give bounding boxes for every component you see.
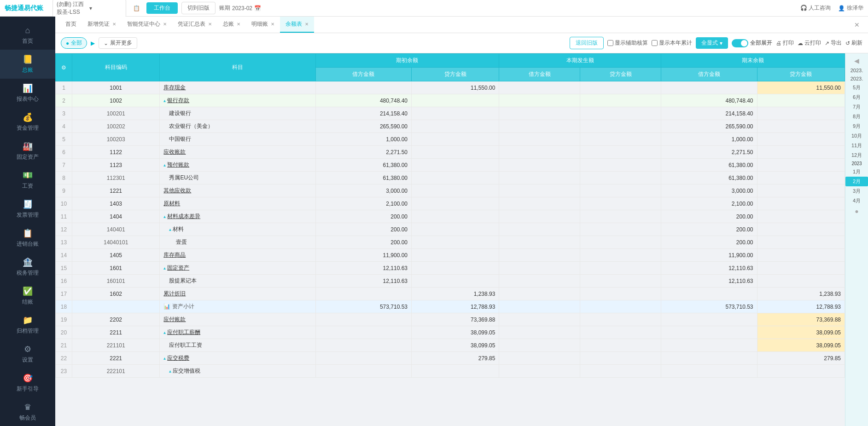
sidebar-item-guide[interactable]: 🎯 新手引导: [0, 368, 55, 397]
consult-link[interactable]: 🎧 人工咨询: [800, 4, 831, 12]
close-all-tabs[interactable]: ✕: [851, 21, 863, 29]
show-ytd-checkbox[interactable]: 显示本年累计: [652, 39, 692, 47]
month-6[interactable]: 6月: [845, 92, 868, 102]
return-old-button[interactable]: 退回旧版: [570, 37, 604, 49]
account-name[interactable]: 原材料: [160, 197, 315, 210]
show-aux-checkbox[interactable]: 显示辅助核算: [607, 39, 648, 47]
sidebar-item-home[interactable]: ⌂ 首页: [0, 21, 55, 50]
tab-balance[interactable]: 余额表 ✕: [280, 17, 314, 33]
account-name[interactable]: ▴ 预付账款: [160, 159, 315, 172]
closing-credit: [757, 159, 845, 172]
month-11[interactable]: 11月: [845, 141, 868, 150]
account-name[interactable]: ▴ 固定资产: [160, 262, 315, 275]
account-name[interactable]: 秀属EU公司: [160, 172, 315, 184]
company-name: (勿删) 江西股圣-LSS: [57, 0, 89, 16]
current-debit: [499, 236, 580, 249]
account-name[interactable]: 应收账款: [160, 146, 315, 159]
account-name[interactable]: 应付账款: [160, 313, 315, 326]
sidebar-label-settings: 设置: [22, 356, 33, 364]
export-button[interactable]: ↗ 导出: [825, 39, 842, 47]
workbench-button[interactable]: 工作台: [146, 2, 178, 14]
sidebar-item-member[interactable]: ♛ 畅会员: [0, 397, 55, 426]
account-name[interactable]: 累计折旧: [160, 288, 315, 300]
sidebar-item-assets[interactable]: 🏭 固定资产: [0, 137, 55, 166]
member-icon: ♛: [24, 402, 31, 412]
tab-detail[interactable]: 明细账 ✕: [246, 17, 280, 33]
account-name[interactable]: 其他应收款: [160, 184, 315, 197]
headset-icon: 🎧: [800, 5, 807, 11]
settings-col-header[interactable]: ⚙: [56, 54, 72, 81]
tab-new-voucher[interactable]: 新增凭证 ✕: [82, 17, 122, 33]
month-3[interactable]: 3月: [845, 186, 868, 196]
filter-all-button[interactable]: ● 全部: [61, 37, 87, 49]
table-row: 5100203中国银行1,000.001,000.00: [56, 133, 845, 146]
sidebar-item-ledger[interactable]: 📒 总账: [0, 50, 55, 79]
tab-voucher-summary[interactable]: 凭证汇总表 ✕: [172, 17, 217, 33]
current-debit: [499, 365, 580, 378]
table-row: 151601▴ 固定资产12,110.6312,110.63: [56, 262, 845, 275]
close-new-voucher[interactable]: ✕: [112, 22, 116, 27]
account-name[interactable]: 应付职工工资: [160, 339, 315, 352]
sidebar-item-settings[interactable]: ⚙ 设置: [0, 340, 55, 368]
account-name[interactable]: 中国银行: [160, 133, 315, 146]
month-12[interactable]: 12月: [845, 150, 868, 160]
sidebar-item-funds[interactable]: 💰 资金管理: [0, 108, 55, 137]
account-name-text: 资产小计: [172, 303, 194, 310]
close-balance[interactable]: ✕: [305, 22, 309, 27]
sidebar-label-member: 畅会员: [19, 414, 36, 422]
account-name[interactable]: ▴ 材料成本差异: [160, 210, 315, 223]
account-name[interactable]: 农业银行（美金）: [160, 120, 315, 133]
month-4[interactable]: 4月: [845, 196, 868, 206]
account-name[interactable]: 股提累记本: [160, 275, 315, 288]
close-ledger[interactable]: ✕: [237, 22, 240, 27]
account-name[interactable]: ▴ 材料: [160, 223, 315, 236]
refresh-button[interactable]: ↺ 刷新: [845, 39, 862, 47]
opening-credit: [412, 210, 499, 223]
company-selector[interactable]: (勿删) 江西股圣-LSS ▾: [52, 0, 126, 17]
print-button[interactable]: 🖨 打印: [776, 39, 794, 47]
sidebar-item-invoices[interactable]: 🧾 发票管理: [0, 195, 55, 224]
tab-home[interactable]: 首页: [60, 17, 82, 33]
switch-button[interactable]: 切到旧版: [181, 2, 216, 14]
account-name[interactable]: ▴ 应交税费: [160, 352, 315, 365]
account-name[interactable]: ▴ 应交增值税: [160, 365, 315, 378]
month-8[interactable]: 8月: [845, 112, 868, 121]
account-name[interactable]: 壹蛋: [160, 236, 315, 249]
sidebar-item-payroll[interactable]: 💵 工资: [0, 166, 55, 195]
closing-credit: [757, 107, 845, 120]
account-name[interactable]: ▴ 应付职工薪酬: [160, 326, 315, 339]
sidebar-item-archive[interactable]: 📁 归档管理: [0, 311, 55, 340]
close-detail[interactable]: ✕: [271, 22, 274, 27]
user-info[interactable]: 👤 徐泽华: [838, 4, 863, 12]
opening-debit: 61,380.00: [315, 172, 411, 184]
close-smart-voucher[interactable]: ✕: [163, 22, 167, 27]
month-9[interactable]: 9月: [845, 121, 868, 131]
tab-smart-voucher[interactable]: 智能凭证中心 ✕: [122, 17, 172, 33]
sidebar-item-reports[interactable]: 📊 报表中心: [0, 79, 55, 108]
sidebar: ⌂ 首页 📒 总账 📊 报表中心 💰 资金管理 🏭 固定资产 💵 工资 🧾 发票…: [0, 17, 55, 426]
sidebar-item-tax[interactable]: 🏦 税务管理: [0, 253, 55, 282]
month-10[interactable]: 10月: [845, 131, 868, 141]
month-1[interactable]: 1月: [845, 167, 868, 177]
copy-icon[interactable]: 📋: [131, 3, 142, 14]
full-expand-toggle[interactable]: 全部展开: [732, 39, 772, 47]
month-7[interactable]: 7月: [845, 102, 868, 112]
tab-ledger[interactable]: 总账 ✕: [217, 17, 246, 33]
cloud-print-button[interactable]: ☁ 云打印: [798, 39, 821, 47]
account-name-text: 应付职工薪酬: [167, 329, 200, 335]
sidebar-item-closing[interactable]: ✅ 结账: [0, 282, 55, 311]
account-name[interactable]: 建设银行: [160, 107, 315, 120]
close-voucher-summary[interactable]: ✕: [208, 22, 212, 27]
expand-more-button[interactable]: ⌄ 展开更多: [99, 37, 137, 49]
sidebar-item-sales[interactable]: 📋 进销台账: [0, 224, 55, 253]
toggle-control[interactable]: [732, 39, 748, 47]
month-2[interactable]: 2月: [845, 177, 868, 186]
calendar-icon[interactable]: 📅: [254, 5, 261, 12]
account-name[interactable]: 库存商品: [160, 249, 315, 262]
month-5[interactable]: 5月: [845, 83, 868, 92]
right-panel-expand[interactable]: ◀: [852, 55, 861, 66]
full-style-button[interactable]: 全显式 ▾: [696, 37, 728, 49]
account-name[interactable]: ▴ 银行存款: [160, 94, 315, 107]
right-panel-collapse[interactable]: ●: [853, 206, 860, 217]
account-name[interactable]: 库存现金: [160, 81, 315, 94]
